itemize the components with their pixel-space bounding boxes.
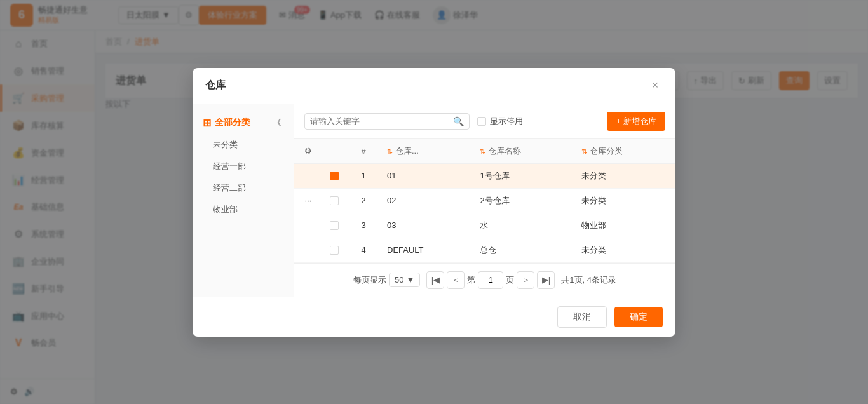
row-name-3: 水: [472, 213, 574, 238]
show-disabled-label: 显示停用: [490, 116, 523, 127]
th-num: #: [348, 139, 379, 164]
show-disabled-checkbox[interactable]: 显示停用: [477, 116, 523, 127]
last-page-icon: ▶|: [542, 275, 550, 285]
modal-header: 仓库 ×: [193, 68, 675, 104]
dropdown-arrow: ▼: [406, 275, 414, 285]
next-page-button[interactable]: ＞: [517, 271, 534, 289]
th-name: ⇅仓库名称: [472, 139, 574, 164]
modal-title: 仓库: [205, 79, 226, 92]
add-icon: +: [616, 116, 621, 126]
page-suffix: 页: [506, 274, 514, 286]
add-label: 新增仓库: [623, 116, 656, 127]
row-gear-1: [294, 163, 322, 188]
category-item-unclassified[interactable]: 未分类: [193, 134, 294, 156]
category-item-property[interactable]: 物业部: [193, 199, 294, 220]
row-category-3: 物业部: [574, 213, 675, 238]
cancel-button[interactable]: 取消: [557, 306, 607, 328]
checkbox-unchecked[interactable]: [330, 196, 339, 205]
row-code-1: 01: [379, 163, 472, 188]
table-area: 🔍 显示停用 + 新增仓库: [294, 104, 675, 297]
row-name-4: 总仓: [472, 238, 574, 262]
row-code-4: DEFAULT: [379, 238, 472, 262]
row-name-1: 1号仓库: [472, 163, 574, 188]
row-category-1: 未分类: [574, 163, 675, 188]
data-table: ⚙ # ⇅仓库... ⇅仓库名称 ⇅仓库分类: [294, 139, 675, 263]
row-num-4: 4: [348, 238, 379, 262]
page-prefix: 第: [467, 274, 475, 286]
per-page-label: 每页显示: [353, 274, 386, 286]
all-categories-label: 全部分类: [215, 117, 250, 128]
search-input-wrap[interactable]: 🔍: [304, 113, 470, 130]
sort-icon-code: ⇅: [387, 147, 393, 155]
th-gear: ⚙: [294, 139, 322, 164]
grid-icon: ⊞: [203, 117, 211, 129]
add-warehouse-button[interactable]: + 新增仓库: [607, 112, 665, 131]
search-input[interactable]: [310, 116, 449, 126]
checkbox-icon[interactable]: [477, 117, 486, 126]
per-page-dropdown[interactable]: 50 ▼: [389, 273, 420, 287]
checkbox-unchecked[interactable]: [330, 246, 339, 255]
category-sidebar: ⊞ 全部分类 《 未分类 经营一部 经营二部 物业部: [193, 104, 294, 297]
sort-icon-category: ⇅: [581, 147, 587, 155]
table-row[interactable]: 1 01 1号仓库 未分类: [294, 163, 675, 188]
warehouse-table: ⚙ # ⇅仓库... ⇅仓库名称 ⇅仓库分类: [294, 139, 675, 263]
next-page-icon: ＞: [522, 274, 530, 286]
row-check-4[interactable]: [322, 238, 348, 262]
prev-page-button[interactable]: ＜: [447, 271, 465, 289]
first-page-icon: |◀: [431, 275, 440, 285]
pagination: 每页显示 50 ▼ |◀ ＜ 第: [294, 263, 675, 297]
table-toolbar: 🔍 显示停用 + 新增仓库: [294, 104, 675, 139]
category-item-ops1[interactable]: 经营一部: [193, 156, 294, 177]
search-icon: 🔍: [453, 116, 464, 126]
row-num-2: 2: [348, 188, 379, 213]
table-row[interactable]: 4 DEFAULT 总仓 未分类: [294, 238, 675, 262]
row-category-2: 未分类: [574, 188, 675, 213]
row-num-3: 3: [348, 213, 379, 238]
checkbox-checked[interactable]: [330, 172, 339, 180]
row-name-2: 2号仓库: [472, 188, 574, 213]
total-info: 共1页, 4条记录: [561, 274, 616, 286]
modal-close-button[interactable]: ×: [648, 78, 663, 93]
row-gear-3: [294, 213, 322, 238]
prev-page-icon: ＜: [452, 274, 460, 286]
row-gear-2: ···: [294, 188, 322, 213]
row-check-3[interactable]: [322, 213, 348, 238]
page-number-input[interactable]: [478, 271, 503, 289]
row-check-2[interactable]: [322, 188, 348, 213]
checkbox-unchecked[interactable]: [330, 221, 339, 230]
table-row[interactable]: 3 03 水 物业部: [294, 213, 675, 238]
last-page-button[interactable]: ▶|: [537, 271, 555, 289]
per-page-select: 每页显示 50 ▼: [353, 273, 420, 287]
row-num-1: 1: [348, 163, 379, 188]
row-gear-4: [294, 238, 322, 262]
confirm-button[interactable]: 确定: [614, 307, 663, 327]
modal-body: ⊞ 全部分类 《 未分类 经营一部 经营二部 物业部 🔍: [193, 104, 675, 297]
collapse-icon[interactable]: 《: [271, 118, 283, 128]
row-check-1[interactable]: [322, 163, 348, 188]
per-page-value: 50: [395, 275, 403, 285]
warehouse-modal: 仓库 × ⊞ 全部分类 《 未分类 经营一部 经营二部 物业部: [193, 68, 675, 337]
table-row[interactable]: ··· 2 02 2号仓库 未分类: [294, 188, 675, 213]
page-navigation: |◀ ＜ 第 页 ＞ ▶|: [426, 271, 555, 289]
row-code-2: 02: [379, 188, 472, 213]
all-categories-item[interactable]: ⊞ 全部分类 《: [193, 112, 294, 134]
table-header-row: ⚙ # ⇅仓库... ⇅仓库名称 ⇅仓库分类: [294, 139, 675, 164]
modal-footer: 取消 确定: [193, 297, 675, 337]
row-code-3: 03: [379, 213, 472, 238]
category-item-ops2[interactable]: 经营二部: [193, 177, 294, 199]
sort-icon-name: ⇅: [480, 147, 485, 155]
th-check: [322, 139, 348, 164]
row-category-4: 未分类: [574, 238, 675, 262]
th-code: ⇅仓库...: [379, 139, 472, 164]
th-category: ⇅仓库分类: [574, 139, 675, 164]
first-page-button[interactable]: |◀: [426, 271, 444, 289]
modal-overlay: 仓库 × ⊞ 全部分类 《 未分类 经营一部 经营二部 物业部: [0, 0, 868, 404]
